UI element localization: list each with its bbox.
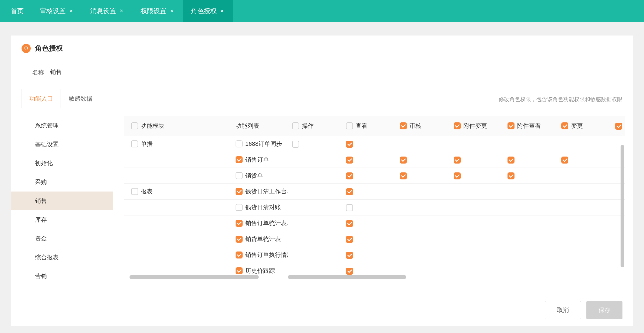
cell-change bbox=[558, 136, 611, 152]
nav-tab-0[interactable]: 首页 bbox=[3, 0, 32, 22]
checkbox-label: 审核 bbox=[410, 122, 421, 130]
sidebar-item-4[interactable]: 销售 bbox=[11, 192, 113, 210]
checkbox-view-r5[interactable] bbox=[346, 220, 353, 227]
checkbox-list-r2[interactable] bbox=[236, 172, 243, 179]
checkbox-attach-view-r2[interactable] bbox=[508, 172, 514, 179]
checkbox-op-r0[interactable] bbox=[292, 141, 299, 148]
checkbox-label: 附件变更 bbox=[463, 122, 487, 130]
table-body: 单据1688订单同步销售订单销货单报表钱货日清工作台钱货日清对账销售订单统计表销… bbox=[124, 136, 625, 279]
cell-module bbox=[124, 200, 232, 215]
cell-op bbox=[288, 152, 342, 168]
cell-change bbox=[558, 184, 611, 200]
checkbox-label: 历史价跟踪 bbox=[245, 267, 275, 275]
header-list: 功能列表 bbox=[232, 116, 288, 136]
sidebar-item-7[interactable]: 综合报表 bbox=[11, 248, 113, 267]
horizontal-scrollbar-thumb-left[interactable] bbox=[130, 275, 259, 279]
nav-tab-label: 权限设置 bbox=[141, 7, 166, 15]
checkbox-label: 功能模块 bbox=[141, 122, 164, 130]
cell-attach-view bbox=[504, 215, 558, 231]
horizontal-scrollbar-track[interactable] bbox=[124, 275, 625, 279]
cell-audit bbox=[396, 231, 450, 247]
cell-view bbox=[342, 184, 396, 200]
checkbox-label: 销货单 bbox=[245, 172, 263, 180]
checkbox-attach-change-r1[interactable] bbox=[454, 157, 461, 164]
checkbox-view-r1[interactable] bbox=[346, 157, 353, 164]
body-split: 系统管理基础设置初始化采购销售库存资金综合报表营销 功能模块功能列表操作查看审核… bbox=[11, 108, 633, 294]
checkbox-list-r0[interactable] bbox=[236, 140, 243, 147]
sidebar-item-6[interactable]: 资金 bbox=[11, 229, 113, 248]
cell-attach-view bbox=[504, 184, 558, 200]
sidebar-item-2[interactable]: 初始化 bbox=[11, 154, 113, 173]
checkbox-list-r4[interactable] bbox=[236, 204, 243, 211]
checkbox-view-r2[interactable] bbox=[346, 172, 353, 179]
checkbox-view-r3[interactable] bbox=[346, 188, 353, 195]
sidebar-item-8[interactable]: 营销 bbox=[11, 267, 113, 286]
table-row: 报表钱货日清工作台 bbox=[124, 184, 625, 200]
checkbox-view-r7[interactable] bbox=[346, 252, 353, 259]
checkbox-header-audit[interactable] bbox=[400, 122, 407, 129]
table-row: 销售订单执行情况 bbox=[124, 247, 625, 263]
sidebar-item-3[interactable]: 采购 bbox=[11, 173, 113, 192]
checkbox-header-op[interactable] bbox=[292, 122, 299, 129]
horizontal-scrollbar-thumb-right[interactable] bbox=[288, 275, 406, 279]
sidebar-item-5[interactable]: 库存 bbox=[11, 210, 113, 229]
checkbox-view-r0[interactable] bbox=[346, 141, 353, 148]
cell-list: 销货单 bbox=[232, 168, 288, 184]
close-icon[interactable]: × bbox=[68, 8, 74, 15]
nav-tab-2[interactable]: 消息设置× bbox=[82, 0, 132, 22]
checkbox-module-r3[interactable] bbox=[131, 188, 138, 195]
cell-module bbox=[124, 152, 232, 168]
sidebar-item-1[interactable]: 基础设置 bbox=[11, 135, 113, 154]
checkbox-list-r8[interactable] bbox=[236, 267, 243, 274]
checkbox-list-r1[interactable] bbox=[236, 156, 243, 163]
checkbox-label: 钱货日清对账 bbox=[245, 203, 281, 211]
vertical-scrollbar-thumb[interactable] bbox=[621, 145, 624, 267]
checkbox-list-r5[interactable] bbox=[236, 220, 243, 227]
checkbox-audit-r2[interactable] bbox=[400, 172, 407, 179]
checkbox-attach-view-r1[interactable] bbox=[508, 157, 514, 164]
cell-attach-view bbox=[504, 168, 558, 184]
checkbox-list-r3[interactable] bbox=[236, 188, 243, 195]
checkbox-header-change[interactable] bbox=[561, 122, 568, 129]
checkbox-attach-change-r2[interactable] bbox=[454, 172, 461, 179]
nav-tab-label: 审核设置 bbox=[40, 7, 66, 15]
checkbox-header-module[interactable] bbox=[131, 122, 138, 129]
close-icon[interactable]: × bbox=[119, 8, 124, 15]
cell-view bbox=[342, 136, 396, 152]
checkbox-header-view[interactable] bbox=[346, 122, 353, 129]
checkbox-view-r6[interactable] bbox=[346, 236, 353, 243]
nav-tab-3[interactable]: 权限设置× bbox=[132, 0, 183, 22]
checkbox-list-r7[interactable] bbox=[236, 251, 243, 258]
sidebar-item-0[interactable]: 系统管理 bbox=[11, 116, 113, 135]
content-tab-1[interactable]: 敏感数据 bbox=[61, 89, 100, 108]
checkbox-header-attach-view[interactable] bbox=[508, 122, 514, 129]
header-view: 查看 bbox=[342, 116, 396, 136]
vertical-scrollbar-track[interactable] bbox=[621, 116, 624, 279]
checkbox-header-attach-change[interactable] bbox=[454, 122, 461, 129]
cell-op bbox=[288, 168, 342, 184]
checkbox-view-r4[interactable] bbox=[346, 204, 353, 211]
checkbox-module-r0[interactable] bbox=[131, 140, 138, 147]
cell-list: 销售订单执行情况 bbox=[232, 247, 288, 263]
checkbox-audit-r1[interactable] bbox=[400, 157, 407, 164]
cell-change bbox=[558, 168, 611, 184]
content-tab-0[interactable]: 功能入口 bbox=[22, 89, 61, 108]
checkbox-change-r1[interactable] bbox=[561, 157, 568, 164]
checkbox-label: 变更 bbox=[571, 122, 583, 130]
close-icon[interactable]: × bbox=[219, 8, 225, 15]
checkbox-view-r8[interactable] bbox=[346, 268, 353, 275]
nav-tab-1[interactable]: 审核设置× bbox=[32, 0, 82, 22]
header-op: 操作 bbox=[288, 116, 342, 136]
cell-attach-change bbox=[450, 215, 504, 231]
main-card: 角色授权 名称 功能入口敏感数据 修改角色权限，包含该角色功能权限和敏感数据权限… bbox=[11, 36, 633, 326]
close-icon[interactable]: × bbox=[169, 8, 175, 15]
name-input[interactable] bbox=[50, 66, 589, 78]
checkbox-list-r6[interactable] bbox=[236, 236, 243, 243]
cancel-button[interactable]: 取消 bbox=[545, 301, 581, 319]
table-row: 销货单 bbox=[124, 168, 625, 184]
table-scroll-container[interactable]: 功能模块功能列表操作查看审核附件变更附件查看变更 单据1688订单同步销售订单销… bbox=[124, 116, 625, 279]
nav-tab-4[interactable]: 角色授权× bbox=[183, 0, 233, 22]
name-field-row: 名称 bbox=[11, 61, 633, 89]
checkbox-label: 查看 bbox=[356, 122, 368, 130]
save-button[interactable]: 保存 bbox=[586, 301, 622, 319]
